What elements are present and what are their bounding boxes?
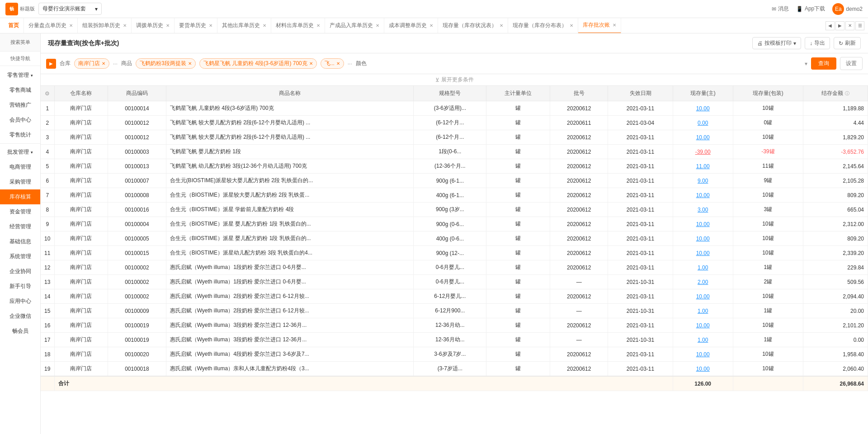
row-warehouse: 南岸门店 bbox=[54, 289, 108, 304]
settings-button[interactable]: 设置 bbox=[840, 57, 863, 70]
sidebar-item-purchase[interactable]: 采购管理 bbox=[0, 175, 40, 189]
row-qty-main[interactable]: 1.00 bbox=[673, 333, 733, 347]
tab-dismantle[interactable]: 组装拆卸单历史 ✕ bbox=[78, 18, 132, 33]
tab-stock-dist[interactable]: 现存量（库存分布表） ✕ bbox=[508, 18, 578, 33]
sidebar-item-member[interactable]: 会员中心 bbox=[0, 113, 40, 127]
app-download-btn[interactable]: 📱 App下载 bbox=[796, 5, 825, 13]
logo-text: 标题版 bbox=[20, 5, 35, 12]
sidebar-item-apps[interactable]: 应用中心 bbox=[0, 294, 40, 309]
sidebar-item-enterprise[interactable]: 企业协同 bbox=[0, 264, 40, 279]
tab-close-icon[interactable]: ✕ bbox=[166, 23, 170, 28]
sidebar-item-retail-store[interactable]: 零售商城 bbox=[0, 83, 40, 98]
user-avatar-area[interactable]: Ea demo2 bbox=[832, 3, 863, 15]
row-qty-main[interactable]: 11.00 bbox=[673, 159, 733, 174]
sidebar-item-member2[interactable]: 畅会员 bbox=[0, 324, 40, 339]
print-button[interactable]: 🖨 按模板打印 ▾ bbox=[752, 37, 801, 49]
row-qty-main[interactable]: 10.00 bbox=[673, 347, 733, 362]
row-qty-main[interactable]: 10.00 bbox=[673, 318, 733, 333]
row-qty-main[interactable]: 10.00 bbox=[673, 231, 733, 246]
sidebar-item-inventory[interactable]: 库存核算 bbox=[0, 189, 40, 204]
tab-home[interactable]: 首页 bbox=[4, 18, 24, 33]
sidebar-item-corp-wechat[interactable]: 企业微信 bbox=[0, 309, 40, 324]
row-batch: 20200612 bbox=[550, 217, 608, 231]
product-filter-tag-1[interactable]: 飞鹤奶粉3段两提装 ✕ bbox=[136, 58, 196, 69]
tab-other-out[interactable]: 其他出库单历史 ✕ bbox=[217, 18, 271, 33]
tab-close-icon[interactable]: ✕ bbox=[263, 23, 266, 28]
tab-cost-adjust[interactable]: 成本调整单历史 ✕ bbox=[384, 18, 438, 33]
export-button[interactable]: ↓ 导出 bbox=[805, 37, 830, 49]
product-tag-close-icon[interactable]: ✕ bbox=[188, 61, 192, 66]
row-unit: 罐 bbox=[486, 275, 550, 289]
tab-close-icon[interactable]: ✕ bbox=[69, 23, 73, 28]
tab-menu-btn[interactable]: ☰ bbox=[855, 21, 864, 30]
tab-stock-status[interactable]: 现存量（库存状况表） ✕ bbox=[438, 18, 508, 33]
nav-selector[interactable]: 母婴行业演示账套 ▾ bbox=[38, 3, 102, 15]
row-qty-main[interactable]: 3.00 bbox=[673, 203, 733, 217]
settings-icon[interactable]: ⚙ bbox=[45, 90, 50, 97]
row-qty-main[interactable]: 1.00 bbox=[673, 260, 733, 275]
row-qty-main[interactable]: 10.00 bbox=[673, 130, 733, 145]
row-qty-main[interactable]: 10.00 bbox=[673, 362, 733, 377]
warehouse-more-icon[interactable]: ··· bbox=[113, 61, 118, 67]
tab-close-icon[interactable]: ✕ bbox=[376, 23, 379, 28]
row-qty-main[interactable]: -39.00 bbox=[673, 145, 733, 159]
warehouse-filter-tag[interactable]: 南岸门店 ✕ bbox=[74, 58, 109, 69]
product-filter-tag-2[interactable]: 飞鹤星飞帆 儿童奶粉 4段(3-6岁适用) 700克 ✕ bbox=[199, 58, 317, 69]
refresh-button[interactable]: ↻ 刷新 bbox=[834, 37, 861, 49]
tab-prev-btn[interactable]: ◀ bbox=[826, 21, 835, 30]
sidebar-item-label: 营销推广 bbox=[9, 101, 31, 109]
sidebar-item-guide[interactable]: 新手引导 bbox=[0, 279, 40, 294]
product-filter-tag-3[interactable]: 飞... ✕ bbox=[321, 58, 344, 69]
sidebar-item-wholesale[interactable]: 批发管理 ▾ bbox=[0, 145, 40, 160]
sidebar-item-ecommerce[interactable]: 电商管理 bbox=[0, 160, 40, 175]
tab-close-icon[interactable]: ✕ bbox=[316, 23, 320, 28]
row-qty-main[interactable]: 10.00 bbox=[673, 246, 733, 260]
sidebar-item-retail-stats[interactable]: 零售统计 bbox=[0, 127, 40, 142]
row-qty-main[interactable]: 9.00 bbox=[673, 174, 733, 188]
sidebar-item-finance[interactable]: 资金管理 bbox=[0, 204, 40, 219]
query-button[interactable]: 查询 bbox=[811, 57, 836, 70]
product-tag-close-icon[interactable]: ✕ bbox=[336, 61, 340, 66]
sidebar-item-marketing[interactable]: 营销推广 bbox=[0, 98, 40, 113]
row-unit: 罐 bbox=[486, 203, 550, 217]
row-qty-main[interactable]: 1.00 bbox=[673, 304, 733, 318]
tab-next-btn[interactable]: ▶ bbox=[835, 21, 844, 30]
color-dropdown-icon[interactable]: ▾ bbox=[805, 61, 807, 67]
sidebar-item-system[interactable]: 系统管理 bbox=[0, 249, 40, 264]
table-row: 2 南岸门店 00100012 飞鹤星飞帆 较大婴儿配方奶粉 2段(6-12个月… bbox=[41, 116, 868, 130]
tab-close-icon[interactable]: ✕ bbox=[570, 23, 573, 28]
warehouse-tag-close-icon[interactable]: ✕ bbox=[102, 61, 105, 66]
sidebar-search-label[interactable]: 搜索英单 bbox=[3, 37, 38, 47]
row-qty-main[interactable]: 10.00 bbox=[673, 289, 733, 304]
tab-material-out[interactable]: 材料出库单历史 ✕ bbox=[271, 18, 325, 33]
tab-split-check[interactable]: 分量盘点单历史 ✕ bbox=[24, 18, 78, 33]
expand-conditions-btn[interactable]: ⊻ 展开更多条件 bbox=[435, 76, 474, 84]
th-warehouse: 仓库名称 bbox=[54, 86, 108, 101]
tab-batch-order[interactable]: 库存批次账 ✕ bbox=[578, 18, 621, 33]
product-tag-close-icon[interactable]: ✕ bbox=[309, 61, 313, 66]
tab-product-in[interactable]: 产成品入库单历史 ✕ bbox=[325, 18, 384, 33]
sidebar-item-basics[interactable]: 基础信息 bbox=[0, 234, 40, 249]
tab-close-icon[interactable]: ✕ bbox=[123, 23, 127, 28]
sidebar-nav-label[interactable]: 快捷导航 bbox=[3, 53, 38, 64]
sidebar-item-retail[interactable]: 零售管理 ▾ bbox=[0, 68, 40, 83]
tab-close-icon[interactable]: ✕ bbox=[500, 23, 503, 28]
info-icon[interactable]: ⓘ bbox=[845, 91, 849, 96]
tab-requisition[interactable]: 要货单历史 ✕ bbox=[175, 18, 217, 33]
tab-close-icon[interactable]: ✕ bbox=[613, 23, 616, 28]
tab-close-icon[interactable]: ✕ bbox=[429, 23, 433, 28]
row-qty-main[interactable]: 0.00 bbox=[673, 116, 733, 130]
messages-btn[interactable]: ✉ 消息 bbox=[772, 5, 789, 13]
row-qty-main[interactable]: 2.00 bbox=[673, 275, 733, 289]
tab-close-all-btn[interactable]: ✕ bbox=[845, 21, 854, 30]
filter-expand-arrow[interactable]: ▶ bbox=[46, 59, 56, 69]
product-more-icon[interactable]: ··· bbox=[348, 61, 352, 67]
row-qty-main[interactable]: 10.00 bbox=[673, 101, 733, 116]
row-unit: 罐 bbox=[486, 362, 550, 377]
tab-transfer[interactable]: 调拨单历史 ✕ bbox=[132, 18, 175, 33]
row-qty-main[interactable]: 10.00 bbox=[673, 188, 733, 203]
row-qty-main[interactable]: 10.00 bbox=[673, 217, 733, 231]
tab-close-icon[interactable]: ✕ bbox=[209, 23, 212, 28]
sidebar-item-label: 零售商城 bbox=[9, 86, 31, 94]
sidebar-item-operations[interactable]: 经营管理 bbox=[0, 219, 40, 234]
